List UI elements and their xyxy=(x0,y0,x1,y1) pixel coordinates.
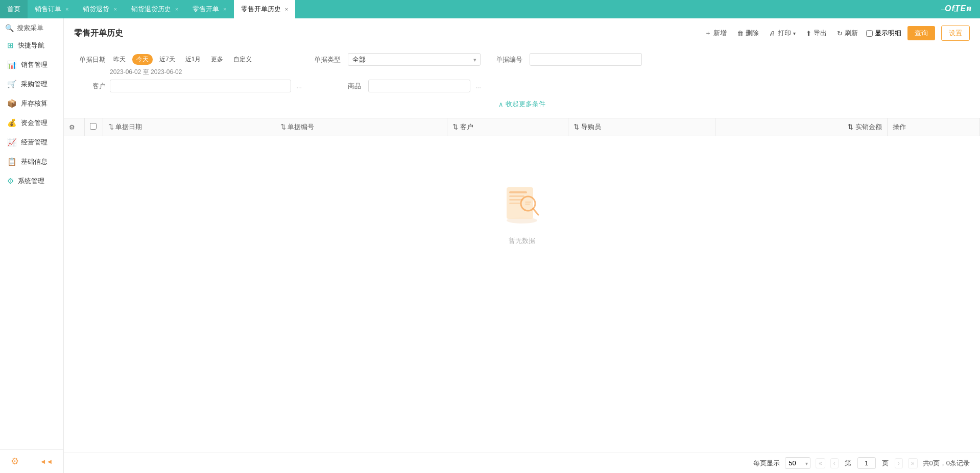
sidebar-item-finance[interactable]: 💰资金管理 xyxy=(0,113,63,133)
sidebar-item-base-info[interactable]: 📋基础信息 xyxy=(0,152,63,171)
tab-close-sales-return-history[interactable]: × xyxy=(175,6,178,12)
col-customer-label: ⇅ 客户 xyxy=(452,123,473,131)
col-date: ⇅ 单据日期 xyxy=(103,118,275,136)
total-text: 共0页，0条记录 xyxy=(923,459,970,468)
page-size-select[interactable]: 50 10 20 100 xyxy=(785,457,810,469)
tab-retail-open[interactable]: 零售开单× xyxy=(185,0,233,18)
sidebar-settings-btn[interactable]: ⚙ xyxy=(9,454,21,469)
sidebar-label-inventory: 库存核算 xyxy=(21,99,47,108)
sidebar-item-operations[interactable]: 📈经营管理 xyxy=(0,133,63,152)
customer-picker-btn[interactable]: ... xyxy=(294,82,304,90)
type-filter-label: 单据类型 xyxy=(309,55,345,64)
table-body: 暂无数据 xyxy=(64,136,980,287)
goods-picker-btn[interactable]: ... xyxy=(473,82,483,90)
sidebar-label-base-info: 基础信息 xyxy=(21,157,47,166)
print-button[interactable]: 🖨 打印 ▾ xyxy=(767,28,798,39)
sidebar-item-system[interactable]: ⚙系统管理 xyxy=(0,171,63,191)
delete-label: 删除 xyxy=(746,29,759,38)
date-1month[interactable]: 近1月 xyxy=(182,54,205,65)
date-today[interactable]: 今天 xyxy=(132,54,153,65)
sidebar-item-quick-nav[interactable]: ⊞快捷导航 xyxy=(0,36,63,55)
tab-sales-order[interactable]: 销售订单× xyxy=(28,0,76,18)
page-size-wrap: 50 10 20 100 xyxy=(785,457,810,469)
customer-control: ... xyxy=(110,80,304,92)
sidebar-label-finance: 资金管理 xyxy=(21,118,47,128)
refresh-button[interactable]: ↻ 刷新 xyxy=(835,28,860,39)
tab-close-sales-return[interactable]: × xyxy=(113,6,116,12)
number-filter-label: 单据编号 xyxy=(491,55,527,64)
col-check[interactable] xyxy=(84,118,103,136)
sidebar-label-purchase: 采购管理 xyxy=(21,80,47,89)
tab-retail-history[interactable]: 零售开单历史× xyxy=(234,0,295,18)
delete-button[interactable]: 🗑 删除 xyxy=(735,28,761,39)
query-button[interactable]: 查询 xyxy=(907,26,935,40)
filter-area: 单据日期 昨天 今天 近7天 近1月 更多 自定义 单据类型 全部 xyxy=(74,48,970,118)
print-label: 打印 xyxy=(778,29,791,38)
date-yesterday[interactable]: 昨天 xyxy=(110,54,129,65)
print-dropdown-icon: ▾ xyxy=(793,31,796,36)
tab-close-retail-history[interactable]: × xyxy=(285,6,288,12)
sidebar-icon-operations: 📈 xyxy=(7,138,17,147)
sidebar-icon-purchase: 🛒 xyxy=(7,80,17,89)
last-page-btn[interactable]: » xyxy=(908,458,918,468)
sidebar-item-inventory[interactable]: 📦库存核算 xyxy=(0,94,63,113)
search-icon: 🔍 xyxy=(5,24,14,32)
tab-home[interactable]: 首页 xyxy=(0,0,28,18)
sidebar-search[interactable]: 🔍 搜索采单 xyxy=(0,18,63,36)
window-maximize[interactable]: □ xyxy=(954,6,958,13)
empty-state: 暂无数据 xyxy=(64,136,980,286)
tab-sales-return[interactable]: 销货退货× xyxy=(76,0,124,18)
add-button[interactable]: ＋ 新增 xyxy=(703,28,729,39)
sidebar-label-quick-nav: 快捷导航 xyxy=(18,41,44,50)
type-select[interactable]: 全部 xyxy=(348,53,481,66)
prev-page-btn[interactable]: ‹ xyxy=(830,458,839,468)
add-label: 新增 xyxy=(713,29,727,38)
col-settings[interactable]: ⚙ xyxy=(64,118,84,136)
date-custom[interactable]: 自定义 xyxy=(230,54,255,65)
empty-row: 暂无数据 xyxy=(64,136,980,287)
collapse-arrow-icon: ∧ xyxy=(498,101,504,108)
page-header: 零售开单历史 ＋ 新增 🗑 删除 🖨 打印 ▾ xyxy=(64,18,980,118)
number-input[interactable] xyxy=(530,53,642,66)
tab-close-sales-order[interactable]: × xyxy=(65,6,68,12)
page-word-pre: 第 xyxy=(845,459,851,468)
col-amount: ⇅ 实销金额 xyxy=(715,118,887,136)
col-amount-label: ⇅ 实销金额 xyxy=(848,123,882,131)
page-number-input[interactable] xyxy=(857,457,876,469)
tab-close-retail-open[interactable]: × xyxy=(223,6,226,12)
col-salesperson-label: ⇅ 导购员 xyxy=(573,123,601,131)
content-area: 零售开单历史 ＋ 新增 🗑 删除 🖨 打印 ▾ xyxy=(64,18,980,473)
svg-rect-3 xyxy=(509,195,524,197)
goods-filter-label: 商品 xyxy=(329,82,365,91)
first-page-btn[interactable]: « xyxy=(816,458,825,468)
sidebar-label-sales: 销售管理 xyxy=(21,60,47,69)
window-close[interactable]: ✕ xyxy=(966,6,972,13)
settings-button[interactable]: 设置 xyxy=(941,26,970,41)
top-bar: 首页销售订单×销货退货×销货退货历史×零售开单×零售开单历史× OfTEn ─ … xyxy=(0,0,980,18)
sidebar-item-purchase[interactable]: 🛒采购管理 xyxy=(0,74,63,94)
tab-label-retail-history: 零售开单历史 xyxy=(241,5,281,14)
svg-rect-5 xyxy=(509,203,520,204)
window-minimize[interactable]: ─ xyxy=(941,6,946,13)
date-7days[interactable]: 近7天 xyxy=(156,54,179,65)
table-container: ⚙ ⇅ 单据日期 ⇅ 单据编号 ⇅ 客户 xyxy=(64,118,980,453)
select-all-checkbox[interactable] xyxy=(90,123,97,130)
export-button[interactable]: ⬆ 导出 xyxy=(804,28,829,39)
next-page-btn[interactable]: › xyxy=(895,458,903,468)
tab-sales-return-history[interactable]: 销货退货历史× xyxy=(124,0,185,18)
show-detail-checkbox[interactable] xyxy=(866,30,873,37)
sidebar-item-sales[interactable]: 📊销售管理 xyxy=(0,55,63,74)
collapse-btn[interactable]: ∧ 收起更多条件 xyxy=(74,97,970,113)
print-icon: 🖨 xyxy=(769,30,776,37)
settings-icon[interactable]: ⚙ xyxy=(69,123,75,131)
customer-filter-label: 客户 xyxy=(74,82,110,91)
main-layout: 🔍 搜索采单 ⊞快捷导航📊销售管理🛒采购管理📦库存核算💰资金管理📈经营管理📋基础… xyxy=(0,18,980,473)
goods-input[interactable] xyxy=(368,80,470,92)
sidebar-collapse-btn[interactable]: ◄◄ xyxy=(38,456,55,467)
date-more[interactable]: 更多 xyxy=(207,54,227,65)
show-detail-toggle[interactable]: 显示明细 xyxy=(866,29,901,38)
svg-rect-2 xyxy=(509,191,527,193)
svg-line-8 xyxy=(533,209,538,215)
sidebar-search-label: 搜索采单 xyxy=(17,23,43,33)
customer-input[interactable] xyxy=(110,80,291,92)
